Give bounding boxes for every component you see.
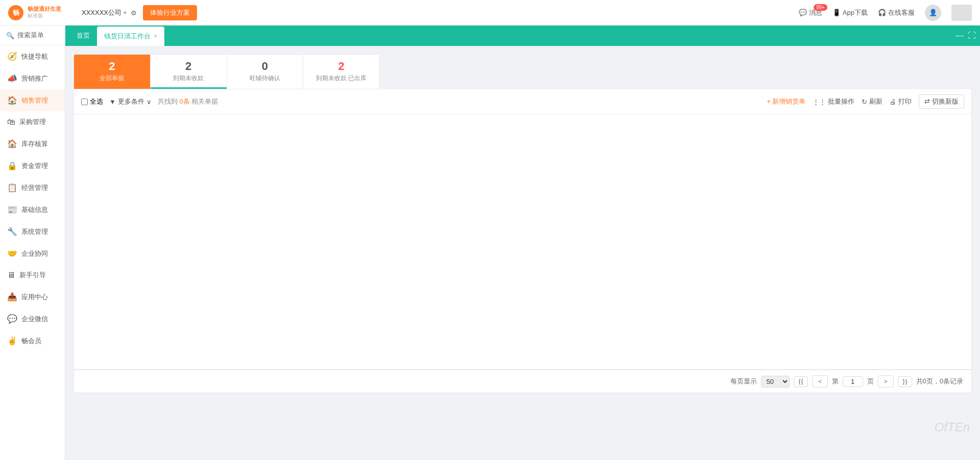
company-selector[interactable]: XXXXXX公司 ▾ — [82, 8, 127, 17]
sidebar-item-marketing[interactable]: 📣 营销推广 — [0, 67, 65, 89]
sidebar-item-operations[interactable]: 📋 经营管理 — [0, 177, 65, 199]
sidebar-item-basic-info[interactable]: 📰 基础信息 — [0, 199, 65, 221]
per-page-select[interactable]: 50 100 200 — [761, 376, 790, 388]
stat-label-overdue: 到期未收款 — [155, 74, 223, 83]
stat-num-overdue: 2 — [155, 61, 223, 72]
tabs-bar: 首页 钱货日清工作台 × — ⛶ — [65, 26, 980, 46]
online-service-label: 在线客服 — [888, 8, 915, 17]
system-icon: 🔧 — [7, 227, 17, 236]
sidebar-label-quick-nav: 快捷导航 — [21, 52, 48, 61]
sidebar-item-sales[interactable]: 🏠 销售管理 — [0, 89, 65, 111]
app-center-icon: 📥 — [7, 292, 17, 302]
sidebar-item-member[interactable]: ✌ 畅会员 — [0, 330, 65, 352]
stat-tab-wangwang[interactable]: 0 旺辅待确认 — [227, 55, 304, 89]
page-prefix: 第 — [832, 377, 839, 386]
gear-icon: ⚙ — [131, 9, 137, 17]
search-menu-label: 搜索菜单 — [17, 31, 44, 40]
found-prefix: 共找到 — [158, 98, 178, 105]
toolbar: 全选 ▼ 更多条件 ∨ 共找到 0条 相关单据 + 新增销货单 ⋮⋮ 批量操作 … — [74, 89, 972, 114]
download-icon: 📱 — [832, 9, 841, 16]
minimize-button[interactable]: — — [955, 31, 964, 40]
select-all-checkbox[interactable]: 全选 — [81, 97, 103, 106]
related-label: 相关单据 — [191, 98, 218, 105]
first-page-button[interactable]: ⟨⟨ — [794, 376, 808, 387]
service-icon: 🎧 — [878, 9, 886, 16]
batch-label: 批量操作 — [828, 97, 854, 106]
sidebar-label-member: 畅会员 — [21, 336, 41, 346]
switch-version-button[interactable]: ⇄ 切换新版 — [919, 94, 964, 109]
sidebar-item-wechat[interactable]: 💬 企业微信 — [0, 308, 65, 330]
filter-icon: ▼ — [109, 98, 116, 106]
refresh-label: 刷新 — [869, 97, 883, 106]
main-content: 2 全部单据 2 到期未收款 0 旺辅待确认 2 到期未收款 已出库 全选 ▼ … — [65, 46, 980, 460]
newbie-icon: 🖥 — [7, 271, 15, 280]
sidebar-item-enterprise[interactable]: 🤝 企业协同 — [0, 243, 65, 264]
quick-nav-icon: 🧭 — [7, 52, 17, 61]
stat-tabs: 2 全部单据 2 到期未收款 0 旺辅待确认 2 到期未收款 已出库 — [74, 54, 380, 89]
sidebar-item-finance[interactable]: 🔒 资金管理 — [0, 155, 65, 177]
inventory-icon: 🏠 — [7, 139, 17, 149]
prev-page-button[interactable]: ＜ — [812, 375, 828, 388]
add-sales-button[interactable]: + 新增销货单 — [767, 97, 805, 106]
chevron-filter-icon: ∨ — [146, 98, 152, 106]
sidebar-item-quick-nav[interactable]: 🧭 快捷导航 — [0, 45, 65, 67]
stat-label-wangwang: 旺辅待确认 — [231, 74, 299, 83]
batch-icon: ⋮⋮ — [813, 98, 826, 106]
settings-button[interactable]: ⚙ — [131, 8, 137, 17]
sidebar-item-system[interactable]: 🔧 系统管理 — [0, 221, 65, 243]
sidebar-label-basic-info: 基础信息 — [21, 205, 48, 214]
total-label: 共0页，0条记录 — [916, 377, 963, 386]
sidebar-item-inventory[interactable]: 🏠 库存核算 — [0, 133, 65, 155]
batch-button[interactable]: ⋮⋮ 批量操作 — [813, 97, 854, 106]
stat-num-all: 2 — [78, 61, 146, 72]
stat-label-overdue-shipped: 到期未收款 已出库 — [307, 74, 375, 83]
stat-tab-overdue[interactable]: 2 到期未收款 — [151, 55, 227, 89]
stat-label-all: 全部单据 — [78, 74, 146, 83]
print-label: 打印 — [898, 97, 912, 106]
message-icon: 💬 — [799, 9, 807, 16]
select-all-input[interactable] — [81, 99, 88, 105]
found-count: 0条 — [180, 98, 190, 105]
filter-label: 更多条件 — [118, 97, 144, 106]
member-icon: ✌ — [7, 336, 17, 346]
sidebar-item-purchase[interactable]: 🛍 采购管理 — [0, 111, 65, 133]
sidebar-item-app-center[interactable]: 📥 应用中心 — [0, 286, 65, 308]
select-all-label: 全选 — [90, 97, 103, 106]
marketing-icon: 📣 — [7, 74, 17, 83]
online-service-button[interactable]: 🎧 在线客服 — [878, 8, 915, 17]
per-page-label: 每页显示 — [730, 377, 757, 386]
page-number-input[interactable] — [843, 376, 863, 387]
last-page-button[interactable]: ⟩⟩ — [898, 376, 912, 387]
table-area — [74, 114, 972, 370]
search-menu[interactable]: 🔍 搜索菜单 — [0, 26, 65, 45]
app-download-button[interactable]: 📱 App下载 — [832, 8, 868, 17]
sidebar-label-sales: 销售管理 — [21, 96, 48, 105]
print-button[interactable]: 🖨 打印 — [890, 97, 912, 106]
experience-button[interactable]: 体验行业方案 — [143, 5, 197, 20]
tab-home[interactable]: 首页 — [69, 26, 97, 46]
refresh-button[interactable]: ↻ 刷新 — [862, 97, 883, 106]
enterprise-icon: 🤝 — [7, 249, 17, 258]
tab-active[interactable]: 钱货日清工作台 × — [97, 27, 164, 46]
message-button[interactable]: 💬 消息 99+ — [799, 8, 822, 17]
avatar-icon: 👤 — [929, 9, 937, 16]
tab-active-label: 钱货日清工作台 — [104, 32, 151, 41]
avatar[interactable]: 👤 — [925, 5, 941, 21]
stat-tab-all[interactable]: 2 全部单据 — [74, 55, 151, 89]
app-download-label: App下载 — [843, 8, 868, 17]
next-page-button[interactable]: ＞ — [878, 375, 894, 388]
print-icon: 🖨 — [890, 98, 896, 106]
refresh-icon: ↻ — [862, 98, 867, 106]
pagination-bar: 每页显示 50 100 200 ⟨⟨ ＜ 第 页 ＞ ⟩⟩ 共0页，0条记录 — [74, 370, 972, 393]
maximize-button[interactable]: ⛶ — [968, 31, 976, 40]
filter-button[interactable]: ▼ 更多条件 ∨ — [109, 97, 152, 106]
tab-close-icon[interactable]: × — [154, 33, 157, 40]
stat-num-wangwang: 0 — [231, 61, 299, 72]
stat-tab-overdue-shipped[interactable]: 2 到期未收款 已出库 — [303, 55, 379, 89]
sidebar-item-newbie[interactable]: 🖥 新手引导 — [0, 264, 65, 286]
sidebar-label-finance: 资金管理 — [21, 161, 48, 171]
search-icon: 🔍 — [6, 32, 14, 39]
toolbar-left: 全选 ▼ 更多条件 ∨ 共找到 0条 相关单据 — [81, 97, 218, 106]
sidebar-label-app-center: 应用中心 — [21, 293, 48, 302]
tabs-bar-controls: — ⛶ — [955, 31, 976, 40]
